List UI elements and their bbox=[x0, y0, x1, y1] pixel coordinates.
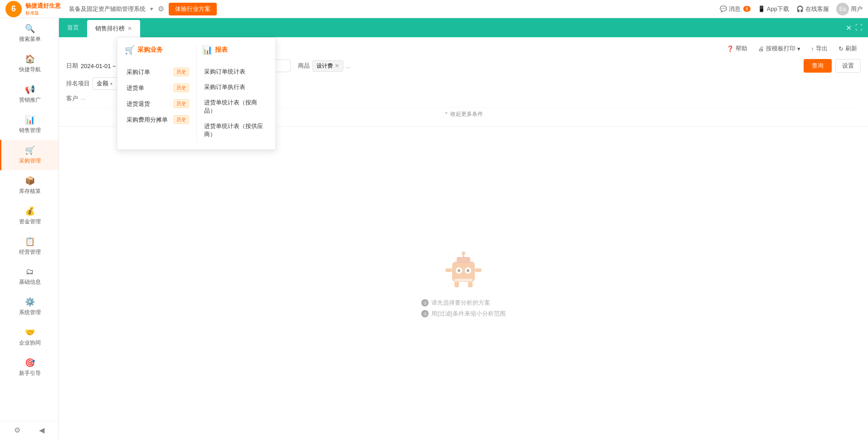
dropdown-item-label: 进货退货 bbox=[127, 100, 150, 108]
user-menu-btn[interactable]: Ea 用户 bbox=[836, 3, 863, 15]
tab-close-btn[interactable]: ✕ bbox=[846, 24, 852, 32]
sidebar-item-sales[interactable]: 📊 销售管理 bbox=[0, 109, 59, 140]
export-btn[interactable]: ↑ 导出 bbox=[808, 43, 832, 54]
svg-rect-14 bbox=[468, 282, 473, 287]
sidebar-bottom: ⚙ ◀ bbox=[0, 421, 59, 439]
tab-close-icon[interactable]: ✕ bbox=[127, 25, 132, 32]
logo-main-text: 畅捷通好生意 bbox=[25, 2, 61, 10]
purchase-col-title: 采购业务 bbox=[137, 46, 163, 54]
hint-text-2: 用[过滤]条件来缩小分析范围 bbox=[431, 310, 505, 318]
goods-dots[interactable]: ... bbox=[346, 63, 351, 69]
report-col: 📊 报表 采购订单统计表 采购订单执行表 进货单统计表（按商品） 进货单统计表（… bbox=[202, 45, 268, 142]
sidebar-item-enterprise[interactable]: 🤝 企业协同 bbox=[0, 322, 59, 352]
dropdown-item-label: 进货单统计表（按商品） bbox=[204, 99, 267, 115]
marketing-icon: 📢 bbox=[25, 84, 35, 94]
ranking-value: 金额 bbox=[97, 79, 108, 88]
dropdown-item-inbound-stats-goods[interactable]: 进货单统计表（按商品） bbox=[202, 95, 268, 118]
help-icon: ❓ bbox=[727, 45, 734, 52]
report-col-title: 报表 bbox=[215, 46, 228, 54]
purchase-col-header: 🛒 采购业务 bbox=[125, 45, 191, 59]
goods-tag-text: 设计费 bbox=[317, 62, 333, 70]
search-icon: 🔍 bbox=[25, 24, 35, 34]
enterprise-icon: 🤝 bbox=[25, 327, 35, 337]
goods-label: 商品 bbox=[298, 62, 310, 70]
sidebar-label-sales: 销售管理 bbox=[19, 127, 41, 134]
svg-rect-3 bbox=[457, 257, 470, 263]
empty-hint-2: ② 用[过滤]条件来缩小分析范围 bbox=[421, 310, 505, 318]
logo-icon: 6 bbox=[5, 1, 22, 17]
refresh-btn[interactable]: ↻ 刷新 bbox=[835, 43, 861, 54]
dropdown-item-expense[interactable]: 采购费用分摊单 历史 bbox=[125, 112, 191, 128]
tab-maximize-btn[interactable]: ⛶ bbox=[855, 24, 863, 32]
print-template-btn[interactable]: 🖨 按模板打印 ▾ bbox=[755, 43, 804, 54]
empty-hint-1: ① 请先选择要分析的方案 bbox=[421, 299, 490, 307]
svg-point-10 bbox=[462, 252, 465, 255]
sidebar-item-operations[interactable]: 📋 经营管理 bbox=[0, 231, 59, 261]
sales-icon: 📊 bbox=[25, 115, 35, 125]
sidebar-item-system[interactable]: ⚙️ 系统管理 bbox=[0, 291, 59, 322]
dropdown-item-label: 进货单 bbox=[127, 84, 144, 92]
query-btn[interactable]: 查询 bbox=[804, 59, 832, 73]
online-service-btn[interactable]: 🎧 在线客服 bbox=[796, 5, 829, 13]
hint-dot-2: ② bbox=[421, 310, 429, 317]
empty-illustration bbox=[441, 248, 486, 293]
dropdown-item-inbound-stats-supplier[interactable]: 进货单统计表（按供应商） bbox=[202, 118, 268, 142]
sidebar-label-search: 搜索菜单 bbox=[19, 35, 41, 43]
sidebar-collapse-btn[interactable]: ◀ bbox=[39, 426, 44, 434]
empty-state: ① 请先选择要分析的方案 ② 用[过滤]条件来缩小分析范围 bbox=[59, 127, 868, 439]
finance-icon: 💰 bbox=[25, 206, 35, 216]
dropdown-item-order-exec[interactable]: 采购订单执行表 bbox=[202, 79, 268, 95]
hint-dot-1: ① bbox=[421, 299, 429, 306]
toolbar-right: ❓ 帮助 🖨 按模板打印 ▾ ↑ 导出 ↻ bbox=[723, 43, 861, 54]
sidebar-settings-btn[interactable]: ⚙ bbox=[14, 426, 20, 434]
tab-home[interactable]: 首页 bbox=[59, 18, 87, 37]
sidebar-item-guide[interactable]: 🎯 新手引导 bbox=[0, 352, 59, 383]
dropdown-item-label: 进货单统计表（按供应商） bbox=[204, 122, 267, 138]
purchase-col-icon: 🛒 bbox=[125, 45, 135, 55]
sidebar-item-search[interactable]: 🔍 搜索菜单 bbox=[0, 18, 59, 49]
dropdown-item-return[interactable]: 进货退货 历史 bbox=[125, 96, 191, 112]
sidebar-item-finance[interactable]: 💰 资金管理 bbox=[0, 201, 59, 231]
dropdown-item-purchase-order[interactable]: 采购订单 历史 bbox=[125, 64, 191, 80]
home-icon: 🏠 bbox=[25, 54, 35, 64]
help-btn[interactable]: ❓ 帮助 bbox=[723, 43, 751, 54]
settings-action-btn[interactable]: 设置 bbox=[835, 59, 861, 73]
logo-sub-text: 标准版 bbox=[25, 10, 61, 16]
sidebar-label-purchase: 采购管理 bbox=[19, 157, 41, 165]
message-icon: 💬 bbox=[720, 5, 727, 12]
sidebar-item-quick-nav[interactable]: 🏠 快捷导航 bbox=[0, 49, 59, 79]
goods-filter: 商品 设计费 ✕ ... bbox=[298, 60, 351, 72]
system-title: 装备及固定资产辅助管理系统 bbox=[69, 5, 146, 13]
tab-sales-rank[interactable]: 销售排行榜 ✕ bbox=[87, 20, 140, 37]
dropdown-item-label: 采购订单 bbox=[127, 68, 150, 76]
operations-icon: 📋 bbox=[25, 237, 35, 247]
settings-icon[interactable]: ⚙ bbox=[158, 5, 164, 13]
topbar-dropdown-icon[interactable]: ▾ bbox=[150, 5, 153, 12]
app-download-btn[interactable]: 📱 App下载 bbox=[758, 5, 789, 13]
purchase-icon: 🛒 bbox=[25, 145, 35, 155]
tab-sales-rank-label: 销售排行榜 bbox=[95, 25, 125, 33]
sidebar-item-marketing[interactable]: 📢 营销推广 bbox=[0, 79, 59, 109]
sidebar-item-inventory[interactable]: 📦 库存核算 bbox=[0, 170, 59, 201]
messages-btn[interactable]: 💬 消息 6 bbox=[720, 5, 751, 13]
goods-tag-close[interactable]: ✕ bbox=[335, 63, 339, 69]
main-wrapper: 🔍 搜索菜单 🏠 快捷导航 📢 营销推广 📊 销售管理 🛒 采购管理 📦 库存核… bbox=[0, 18, 868, 439]
collapse-text: 收起更多条件 bbox=[450, 110, 483, 118]
goods-tag: 设计费 ✕ bbox=[312, 60, 343, 72]
history-tag-3: 历史 bbox=[174, 115, 189, 124]
history-tag-2: 历史 bbox=[174, 99, 189, 108]
customer-dots[interactable]: ··· bbox=[81, 95, 86, 102]
dropdown-item-inbound[interactable]: 进货单 历史 bbox=[125, 80, 191, 96]
sidebar-label-marketing: 营销推广 bbox=[19, 96, 41, 104]
industry-btn[interactable]: 体验行业方案 bbox=[169, 3, 217, 15]
col-divider bbox=[196, 45, 197, 142]
sidebar-label-enterprise: 企业协同 bbox=[19, 339, 41, 347]
sidebar-label-finance: 资金管理 bbox=[19, 218, 41, 226]
sidebar-item-basic-info[interactable]: 🗂 基础信息 bbox=[0, 261, 59, 291]
report-col-icon: 📊 bbox=[202, 45, 212, 55]
dropdown-item-order-stats[interactable]: 采购订单统计表 bbox=[202, 64, 268, 79]
sidebar-item-purchase[interactable]: 🛒 采购管理 bbox=[0, 140, 59, 170]
sidebar: 🔍 搜索菜单 🏠 快捷导航 📢 营销推广 📊 销售管理 🛒 采购管理 📦 库存核… bbox=[0, 18, 59, 439]
topbar-right: 💬 消息 6 📱 App下载 🎧 在线客服 Ea 用户 bbox=[720, 3, 863, 15]
hint-text-1: 请先选择要分析的方案 bbox=[431, 299, 490, 307]
